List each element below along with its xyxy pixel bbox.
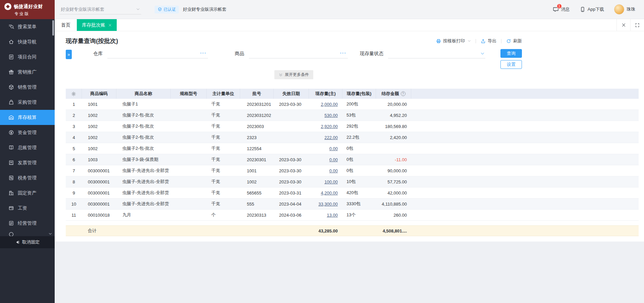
app-logo[interactable]: 畅捷通好业财 专业版 [0,0,55,19]
qty-drilldown-link[interactable]: 13.00 [327,213,338,218]
sidebar-item-project-contract[interactable]: 项目合同 [0,49,55,64]
sidebar-item-fixed-assets[interactable]: 固定资产 [0,185,55,201]
picker-dots-icon[interactable]: ··· [340,50,348,57]
refresh-button[interactable]: 刷新 [506,38,522,44]
tab-close-icon[interactable] [108,24,112,27]
qty-drilldown-link[interactable]: 0.00 [329,168,338,173]
cell-qty-package: 3330包 [342,201,376,207]
col-header-filler [411,89,639,99]
help-icon[interactable]: ? [401,91,406,96]
expand-more-label: 展开更多条件 [285,72,309,78]
sidebar-item-salary[interactable]: 工资 [0,201,55,216]
cell-unit: 个 [207,212,240,218]
col-header-expiry[interactable]: 失效日期 [274,89,309,99]
cell-product-code: 003000001 [82,190,116,196]
qty-drilldown-link[interactable]: 530.00 [324,113,338,118]
user-menu[interactable]: 珠珠 [614,4,635,14]
sidebar-item-search-menu[interactable]: 搜索菜单 [0,19,55,34]
cell-expiry-date: 2023-03-30 [274,168,309,173]
quick-nav-icon [8,39,14,45]
cell-product-name: 虫腿子1 [116,101,171,107]
cell-product-code: 003000001 [82,168,116,173]
tab-inventory-batch[interactable]: 库存批次账 [77,19,117,31]
cell-row-number: 3 [66,124,82,129]
table-body: 11001虫腿子1千克20230312012023-03-302,000.002… [66,99,639,221]
messages-button[interactable]: 1 消息 [553,6,570,12]
expand-more-filters-button[interactable]: 展开更多条件 [274,70,313,79]
settings-button[interactable]: 设置 [500,60,522,69]
cell-qty-main: 100.00 [309,179,342,184]
filter-bar: » 仓库 ··· 商品 ··· 现存量状态 [66,49,522,69]
sidebar-item-sales[interactable]: 销售管理 [0,80,55,95]
product-input[interactable]: ··· [249,49,348,58]
sidebar-item-invoice[interactable]: 发票管理 [0,155,55,170]
fullscreen-button[interactable] [630,19,644,31]
export-button[interactable]: 导出 [481,38,496,44]
unpin-sidebar-button[interactable]: 取消固定 [0,236,55,248]
qty-drilldown-link[interactable]: 4,200.00 [321,190,338,196]
sidebar-item-purchase[interactable]: 采购管理 [0,95,55,110]
qty-drilldown-link[interactable]: 2,000.00 [321,102,338,107]
collapse-filters-button[interactable]: » [66,50,72,59]
sidebar-scrollbar-thumb[interactable] [52,20,54,36]
cell-batch: 2023031202 [240,113,274,118]
collapse-left-icon [15,240,20,245]
col-header-unit[interactable]: 主计量单位 [207,89,240,99]
sidebar-item-inventory-accounting[interactable]: 库存核算 [0,110,55,125]
sidebar-scroll-down-icon[interactable] [48,231,53,236]
app-download-button[interactable]: App下载 [580,6,604,12]
print-label: 按模板打印 [443,38,465,44]
sidebar-item-label: 项目合同 [18,54,37,60]
cell-batch: 2023003 [240,124,274,129]
account-set-select[interactable]: 好业财专业版演示帐套 [59,5,141,14]
col-header-batch[interactable]: 批号 [240,89,274,99]
main-area: 首页 库存批次账 [55,19,644,303]
sidebar-item-funds[interactable]: 资金管理 [0,125,55,140]
col-header-product-name[interactable]: 商品名称 [116,89,171,99]
table-row: 9003000001虫腿子-先进先出-全部货千克5656552023-03-31… [66,187,639,199]
tab-home[interactable]: 首页 [55,19,77,31]
picker-dots-icon[interactable]: ··· [200,50,208,57]
stock-status-select[interactable] [388,49,485,58]
cell-qty-main: 0.00 [309,146,342,151]
print-by-template-button[interactable]: 按模板打印 [436,38,471,44]
col-header-qty-package[interactable]: 现存量(包装) [342,89,376,99]
column-config-button[interactable] [66,89,82,99]
marketing-icon [8,69,14,75]
qty-drilldown-link[interactable]: 0.00 [329,146,338,151]
qty-drilldown-link[interactable]: 0.00 [329,157,338,162]
sidebar-item-general-ledger[interactable]: 总账管理 [0,140,55,155]
cell-product-code: 003000001 [82,179,116,184]
table-row: 11000100018九月个202303132024-03-0613.0013个… [66,210,639,221]
sidebar-filler [0,248,55,303]
cell-qty-main: 222.00 [309,135,342,140]
cell-unit: 千克 [207,134,240,140]
col-header-qty-main[interactable]: 现存量(主) [309,89,342,99]
sidebar-item-label: 工资 [18,205,27,211]
qty-drilldown-link[interactable]: 33,300.00 [318,202,338,207]
sidebar-item-tax[interactable]: 税务管理 [0,170,55,185]
qty-drilldown-link[interactable]: 100.00 [324,179,338,184]
sidebar: 搜索菜单快捷导航项目合同营销推广销售管理采购管理库存核算资金管理总账管理发票管理… [0,19,55,303]
cell-row-number: 9 [66,190,82,196]
cell-batch: 20230313 [240,213,274,218]
col-header-spec[interactable]: 规格型号 [171,89,207,99]
qty-drilldown-link[interactable]: 222.00 [324,135,338,140]
avatar [614,4,624,14]
cell-expiry-date: 2024-03-06 [274,213,309,218]
table-total-row: 合计 43,285.00 4,508,801.... [66,225,639,236]
warehouse-input[interactable]: ··· [107,49,208,58]
cell-expiry-date: 2023-03-30 [274,102,309,107]
refresh-label: 刷新 [513,38,522,44]
col-header-product-code[interactable]: 商品编码 [82,89,116,99]
close-tabs-button[interactable] [616,19,630,31]
query-button[interactable]: 查询 [500,49,522,58]
funds-icon [8,130,14,135]
qty-drilldown-link[interactable]: 2,920.00 [321,124,338,129]
sidebar-item-quick-nav[interactable]: 快捷导航 [0,34,55,49]
sidebar-item-operations[interactable]: 经营管理 [0,216,55,231]
cell-qty-main: 530.00 [309,113,342,118]
col-header-amount[interactable]: 结存金额 ? [376,89,411,99]
sidebar-item-marketing[interactable]: 营销推广 [0,64,55,80]
sidebar-item-label: 发票管理 [18,160,37,166]
